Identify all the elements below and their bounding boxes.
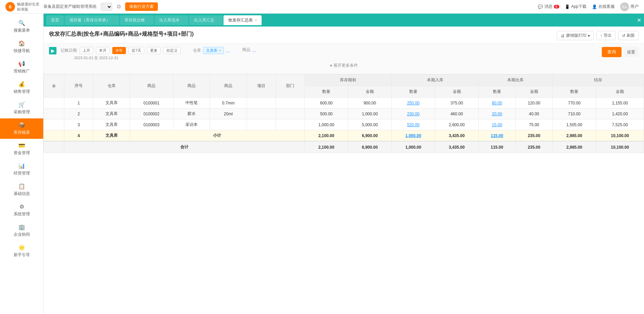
warehouse-more-btn[interactable]: ... [226,48,230,53]
filter-collapse-btn[interactable]: ▶ [49,47,56,54]
subtotal-in-qty[interactable]: 1,000.00 [392,130,435,142]
expand-icon: ▾ [330,63,332,68]
row1-warehouse: 文具库 [93,98,130,109]
row2-out-qty[interactable]: 20.00 [478,109,515,119]
subtotal-label: 小计 [130,130,304,142]
tab-stock-dist-label: 现存量（库存分布表） [69,17,110,23]
sidebar-item-sales[interactable]: 💰 销售管理 [0,78,43,98]
tab-recv-send-summary-close[interactable]: × [255,18,257,22]
th-in-qty: 数量 [392,86,435,98]
industry-btn[interactable]: 体验行业方案 [125,2,158,11]
page-title: 收发存汇总表(按仓库+商品编码+商品+规格型号+项目+部门) [49,31,194,38]
page-header: 收发存汇总表(按仓库+商品编码+商品+规格型号+项目+部门) 🖨 拨销版打印 ▾… [44,27,644,44]
tab-batch-account[interactable]: 库存批次账 × [120,15,154,25]
export-icon: ↑ [600,33,602,38]
th-goods-code: 商品 [130,75,173,98]
subtotal-out-qty[interactable]: 115.00 [478,130,515,142]
tab-home[interactable]: 首页 [46,15,64,25]
setting-btn[interactable]: 设置 [624,47,639,57]
th-in-amt: 金额 [435,86,479,98]
row1-no: 1 [64,98,93,109]
row2-in-qty[interactable]: 230.00 [392,109,435,119]
sidebar-item-guide[interactable]: 🌟 新手引导 [0,241,43,261]
date-btn-more[interactable]: 更多 [147,47,161,54]
sidebar-label-guide: 新手引导 [14,252,30,258]
main-table: ⚙ 序号 仓库 商品 商品 商品 项目 部门 库存期初 本期入库 本期出库 [44,74,644,153]
tab-recv-send-summary[interactable]: 收发存汇总表 × [224,15,262,25]
date-btn-this-year[interactable]: 本年 [112,47,126,54]
content-area: 首页 现存量（库存分布表） × 库存批次账 × 出入库流水 × 出入库汇总 × … [44,14,644,314]
table-settings-icon[interactable]: ⚙ [52,84,56,88]
th-settings[interactable]: ⚙ [44,75,64,98]
user-btn[interactable]: Ea 用户 [620,2,639,11]
sidebar-item-marketing[interactable]: 📢 营销推广 [0,57,43,78]
row3-warehouse: 文具库 [93,119,130,130]
tab-stock-dist-close[interactable]: × [112,18,114,22]
row1-bal-amt: 1,155.00 [596,98,644,109]
tab-bar-close-btn[interactable]: ✕ [637,17,641,23]
system-selector[interactable] [101,3,112,11]
sidebar-item-enterprise[interactable]: 🏢 企业协同 [0,220,43,241]
row1-out-amt: 120.00 [515,98,552,109]
sidebar-item-finance[interactable]: 💳 资金管理 [0,139,43,159]
sidebar-item-quick-nav[interactable]: 🏠 快捷导航 [0,37,43,57]
filter-row-1: ▶ 记账日期 上月 本月 本年 近7天 更多 自定义 2023-01-01 至 … [49,47,639,61]
print-btn[interactable]: 🖨 拨销版打印 ▾ [557,31,594,40]
total-bal-qty: 2,985.00 [552,141,596,153]
sidebar-item-base-info[interactable]: 📋 基础信息 [0,180,43,200]
th-no: 序号 [64,75,93,98]
tab-in-out-summary[interactable]: 出入库汇总 × [189,15,223,25]
action-buttons: 查询 设置 [602,47,639,57]
message-btn[interactable]: 💬 消息 6 [538,4,559,10]
tab-stock-dist[interactable]: 现存量（库存分布表） × [65,15,119,25]
warehouse-tag-close[interactable]: × [219,49,221,52]
row1-in-qty[interactable]: 250.00 [392,98,435,109]
service-icon: 👤 [592,4,597,9]
th-goods-name: 商品 [173,75,210,98]
tab-in-out-flow-label: 出入库流水 [159,17,180,23]
query-btn[interactable]: 查询 [602,47,622,57]
th-goods-spec: 商品 [210,75,247,98]
user-label: 用户 [630,4,639,10]
tab-in-out-summary-close[interactable]: × [216,18,218,22]
sidebar-label-quick-nav: 快捷导航 [14,48,30,54]
settings-icon[interactable]: ⚙ [116,3,121,10]
row1-out-qty[interactable]: 80.00 [478,98,515,109]
row1-project [247,98,276,109]
sidebar-item-system[interactable]: ⚙ 系统管理 [0,200,43,220]
tab-in-out-flow[interactable]: 出入库流水 × [154,15,188,25]
app-download-label: App下载 [571,4,587,10]
sidebar-item-operations[interactable]: 📊 经营管理 [0,159,43,180]
subtotal-row: 4 文具库 小计 2,100.00 6,900.00 1,000.00 3,43… [44,130,644,142]
row3-bal-qty: 1,505.00 [552,119,596,130]
tab-in-out-flow-close[interactable]: × [182,18,184,22]
warehouse-tag-text: 文具库 [206,48,217,53]
row3-in-qty[interactable]: 520.00 [392,119,435,130]
tab-batch-account-close[interactable]: × [147,18,149,22]
refresh-btn[interactable]: ↺ 刷新 [618,31,639,40]
expand-more-btn[interactable]: ▾ 展开更多条件 [330,63,358,68]
date-btn-last-month[interactable]: 上月 [80,47,93,54]
online-service-btn[interactable]: 👤 在线客服 [592,4,615,10]
phone-icon: 📱 [565,4,570,9]
purchase-icon: 🛒 [18,101,25,108]
row3-out-qty[interactable]: 15.00 [478,119,515,130]
sidebar-item-purchase[interactable]: 🛒 采购管理 [0,98,43,118]
app-download-btn[interactable]: 📱 App下载 [565,4,587,10]
refresh-btn-label: 刷新 [627,33,635,38]
date-filter: 记账日期 上月 本月 本年 近7天 更多 自定义 2023-01-01 至 20… [61,47,181,61]
row2-open-qty: 500.00 [304,109,348,119]
export-btn[interactable]: ↑ 导出 [596,31,615,40]
date-btn-this-month[interactable]: 本月 [96,47,110,54]
goods-more-btn[interactable]: ... [252,47,257,53]
subtotal-open-qty: 2,100.00 [304,130,348,142]
export-btn-label: 导出 [604,33,612,38]
subtotal-in-amt: 3,435.00 [435,130,479,142]
date-btn-custom[interactable]: 自定义 [163,47,181,54]
print-btn-label: 拨销版打印 [566,33,587,38]
sidebar-item-inventory[interactable]: 📦 库存核算 [0,118,43,139]
subtotal-bal-qty: 2,985.00 [552,130,596,142]
sidebar: 🔍 搜索菜单 🏠 快捷导航 📢 营销推广 💰 销售管理 🛒 采购管理 📦 库存核… [0,14,44,314]
sidebar-item-search[interactable]: 🔍 搜索菜单 [0,16,43,37]
date-btn-7days[interactable]: 近7天 [129,47,144,54]
